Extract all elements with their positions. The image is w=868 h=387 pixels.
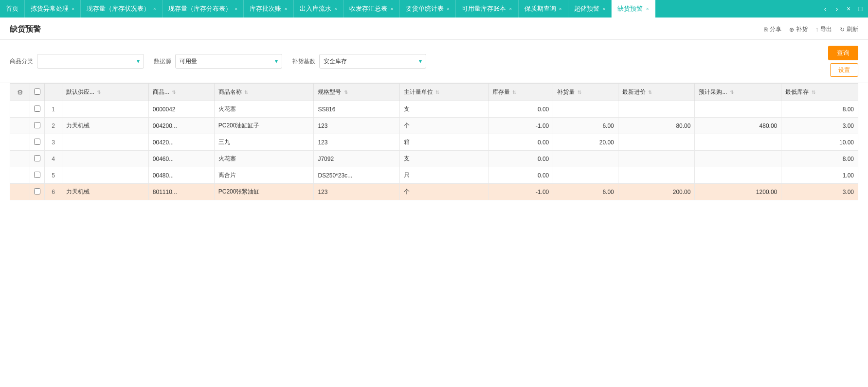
row-stock: -1.00 xyxy=(488,118,553,134)
tab-demand-label: 要货单统计表 xyxy=(406,4,444,13)
table-header-supplier[interactable]: 默认供应... ⇅ xyxy=(62,84,149,101)
share-button[interactable]: ⎘ 分享 xyxy=(764,25,781,34)
tab-demand[interactable]: 要货单统计表 × xyxy=(400,0,456,18)
table-header-min-stock[interactable]: 最低库存 ⇅ xyxy=(781,84,858,101)
row-number: 5 xyxy=(45,167,62,184)
main-content: 缺货预警 ⎘ 分享 ⊕ 补货 ↑ 导出 ↻ 刷新 商品分类 xyxy=(0,18,868,387)
row-checkbox-cell[interactable] xyxy=(30,134,45,151)
tab-collect[interactable]: 收发存汇总表 × xyxy=(344,0,399,18)
category-select[interactable]: ▾ xyxy=(37,54,144,69)
close-icon[interactable]: × xyxy=(447,6,450,12)
tab-overstock[interactable]: 超储预警 × xyxy=(568,0,612,18)
row-est-purchase xyxy=(695,167,781,184)
row-checkbox[interactable] xyxy=(34,139,40,145)
tab-batch[interactable]: 库存批次账 × xyxy=(244,0,293,18)
row-product-name: PC200油缸缸子 xyxy=(214,118,314,134)
row-checkbox-cell[interactable] xyxy=(30,167,45,184)
tab-inventory-status[interactable]: 现存量（库存状况表） × xyxy=(81,0,162,18)
row-spec: 123 xyxy=(314,134,400,151)
row-supplier xyxy=(62,134,149,151)
row-number: 4 xyxy=(45,151,62,167)
row-unit: 个 xyxy=(399,118,488,134)
share-label: 分享 xyxy=(770,25,781,34)
tab-home[interactable]: 首页 xyxy=(0,0,25,18)
settings-button[interactable]: 设置 xyxy=(830,63,858,77)
close-icon[interactable]: × xyxy=(559,6,562,12)
table-header-product-name[interactable]: 商品名称 ⇅ xyxy=(214,84,314,101)
col-supplier-label: 默认供应... xyxy=(66,88,94,95)
row-unit: 箱 xyxy=(399,134,488,151)
col-latest-price-label: 最新进价 xyxy=(622,88,646,95)
col-min-stock-label: 最低库存 xyxy=(785,88,809,95)
refresh-button[interactable]: ↻ 刷新 xyxy=(840,25,858,34)
tab-abnormal-label: 拣货异常处理 xyxy=(31,4,69,13)
replenish-button[interactable]: ⊕ 补货 xyxy=(789,25,808,34)
row-checkbox-cell[interactable] xyxy=(30,184,45,200)
row-checkbox-cell[interactable] xyxy=(30,118,45,134)
tab-collect-label: 收发存汇总表 xyxy=(349,4,387,13)
row-checkbox-cell[interactable] xyxy=(30,151,45,167)
close-icon[interactable]: × xyxy=(602,6,605,12)
export-label: 导出 xyxy=(820,25,832,34)
row-checkbox[interactable] xyxy=(34,122,40,128)
table-row: 1 0000042 火花塞 SS816 支 0.00 8.00 xyxy=(10,101,858,118)
tab-shortage[interactable]: 缺货预警 × xyxy=(612,0,655,18)
table-header-product-code[interactable]: 商品... ⇅ xyxy=(148,84,214,101)
table-header-stock[interactable]: 库存量 ⇅ xyxy=(488,84,553,101)
col-product-name-label: 商品名称 xyxy=(218,88,242,95)
close-window-button[interactable]: × xyxy=(843,3,854,15)
row-replenish-qty xyxy=(553,101,618,118)
row-checkbox[interactable] xyxy=(34,155,40,161)
close-icon[interactable]: × xyxy=(72,6,74,12)
table-header-replenish-qty[interactable]: 补货量 ⇅ xyxy=(553,84,618,101)
close-icon[interactable]: × xyxy=(390,6,393,12)
col-est-purchase-label: 预计采购... xyxy=(699,88,727,95)
close-icon[interactable]: × xyxy=(646,6,649,12)
table-header-checkbox[interactable] xyxy=(30,84,45,101)
tab-inout-label: 出入库流水 xyxy=(300,4,331,13)
tab-expiry[interactable]: 保质期查询 × xyxy=(519,0,568,18)
table-header-est-purchase[interactable]: 预计采购... ⇅ xyxy=(695,84,781,101)
tab-prev-button[interactable]: ‹ xyxy=(819,3,831,15)
tab-shortage-label: 缺货预警 xyxy=(617,4,643,13)
table-header-latest-price[interactable]: 最新进价 ⇅ xyxy=(618,84,695,101)
row-checkbox[interactable] xyxy=(34,172,40,178)
close-icon[interactable]: × xyxy=(235,6,237,12)
datasource-label: 数据源 xyxy=(154,57,171,66)
table-header-gear[interactable]: ⚙ xyxy=(10,84,30,101)
tab-inventory-dist-label: 现存量（库存分布表） xyxy=(168,4,232,13)
row-checkbox[interactable] xyxy=(34,106,40,112)
tab-inout[interactable]: 出入库流水 × xyxy=(294,0,344,18)
gear-icon[interactable]: ⚙ xyxy=(14,87,26,98)
page-title: 缺货预警 xyxy=(10,24,764,35)
tab-next-button[interactable]: › xyxy=(831,3,843,15)
row-number: 2 xyxy=(45,118,62,134)
close-icon[interactable]: × xyxy=(284,6,287,12)
col-product-code-label: 商品... xyxy=(153,88,169,95)
close-icon[interactable]: × xyxy=(509,6,512,12)
tab-inventory-dist[interactable]: 现存量（库存分布表） × xyxy=(163,0,244,18)
tab-abnormal[interactable]: 拣货异常处理 × xyxy=(25,0,81,18)
row-latest-price xyxy=(618,134,695,151)
query-button[interactable]: 查询 xyxy=(828,46,858,60)
datasource-select[interactable]: 可用量 ▾ xyxy=(175,54,282,69)
row-checkbox[interactable] xyxy=(34,188,40,194)
tab-available[interactable]: 可用量库存账本 × xyxy=(456,0,518,18)
row-checkbox-cell[interactable] xyxy=(30,101,45,118)
row-replenish-qty xyxy=(553,167,618,184)
row-spec: DS250*23c... xyxy=(314,167,400,184)
row-est-purchase: 480.00 xyxy=(695,118,781,134)
table-header-spec[interactable]: 规格型号 ⇅ xyxy=(314,84,400,101)
table-header-rownum xyxy=(45,84,62,101)
close-icon[interactable]: × xyxy=(334,6,337,12)
replenish-basis-select[interactable]: 安全库存 ▾ xyxy=(319,54,426,69)
expand-button[interactable]: □ xyxy=(854,3,866,15)
datasource-filter-group: 数据源 可用量 ▾ xyxy=(154,54,282,69)
select-all-checkbox[interactable] xyxy=(34,88,40,95)
export-button[interactable]: ↑ 导出 xyxy=(815,25,832,34)
table-row: 2 力天机械 004200... PC200油缸缸子 123 个 -1.00 6… xyxy=(10,118,858,134)
category-filter-group: 商品分类 ▾ xyxy=(10,54,144,69)
sort-icon: ⇅ xyxy=(578,89,581,95)
close-icon[interactable]: × xyxy=(153,6,156,12)
table-header-unit[interactable]: 主计量单位 ⇅ xyxy=(399,84,488,101)
